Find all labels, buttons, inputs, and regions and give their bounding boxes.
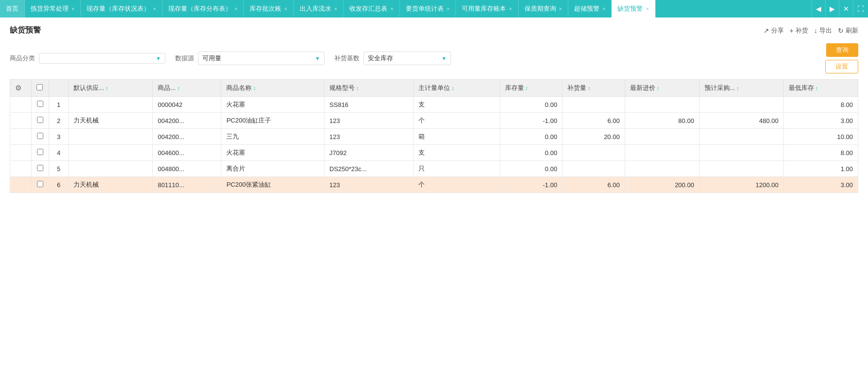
- table-row[interactable]: 5 004800... 离合片 DS250*23c... 只 0.00 1.00: [10, 161, 858, 177]
- tab-3[interactable]: 现存量（库存分布表） ×: [163, 0, 244, 18]
- th-product-code[interactable]: 商品... ↕: [153, 80, 221, 97]
- row-unit-2: 箱: [414, 129, 500, 145]
- row-latest-price-0: [625, 97, 699, 113]
- row-replenish-3: [562, 145, 625, 161]
- th-latest-price[interactable]: 最新进价 ↕: [625, 80, 699, 97]
- th-settings[interactable]: ⚙: [10, 80, 32, 97]
- share-button[interactable]: ↗ 分享: [763, 26, 784, 35]
- refresh-label: 刷新: [846, 26, 858, 35]
- tab-close-11[interactable]: ×: [646, 6, 649, 12]
- row-name-3: 火花塞: [221, 145, 325, 161]
- th-default-supplier[interactable]: 默认供应... ↕: [69, 80, 153, 97]
- tab-close-2[interactable]: ×: [153, 6, 156, 12]
- row-stock-1: -1.00: [500, 113, 562, 129]
- row-checkbox-2[interactable]: [37, 133, 43, 139]
- row-checkbox-cell[interactable]: [32, 177, 49, 193]
- refresh-icon: ↻: [838, 27, 844, 35]
- query-button[interactable]: 查询: [826, 43, 858, 57]
- column-settings-icon[interactable]: ⚙: [15, 84, 21, 92]
- table-row[interactable]: 6 力天机械 801110... PC200张紧油缸 123 个 -1.00 6…: [10, 177, 858, 193]
- row-unit-4: 只: [414, 161, 500, 177]
- row-supplier-0: [69, 97, 153, 113]
- tab-8[interactable]: 可用量库存账本 ×: [456, 0, 518, 18]
- row-latest-price-4: [625, 161, 699, 177]
- tab-9[interactable]: 保质期查询 ×: [519, 0, 568, 18]
- tab-close-4[interactable]: ×: [284, 6, 287, 12]
- th-spec[interactable]: 规格型号 ↕: [325, 80, 414, 97]
- row-index-4: 5: [49, 161, 69, 177]
- th-replenish[interactable]: 补货量 ↕: [562, 80, 625, 97]
- settings-button[interactable]: 设置: [825, 60, 858, 73]
- row-replenish-4: [562, 161, 625, 177]
- refresh-button[interactable]: ↻ 刷新: [838, 26, 858, 35]
- tab-6[interactable]: 收发存汇总表 ×: [344, 0, 399, 18]
- category-label: 商品分类: [10, 54, 35, 63]
- row-checkbox-0[interactable]: [37, 101, 43, 107]
- row-checkbox-5[interactable]: [37, 181, 43, 187]
- tab-11-active[interactable]: 缺货预警 ×: [612, 0, 655, 18]
- export-button[interactable]: ↓ 导出: [814, 26, 832, 35]
- tab-home[interactable]: 首页: [0, 0, 25, 18]
- tab-7[interactable]: 要货单统计表 ×: [400, 0, 456, 18]
- table-row[interactable]: 2 力天机械 004200... PC200油缸庄子 123 个 -1.00 6…: [10, 113, 858, 129]
- tab-5[interactable]: 出入库流水 ×: [294, 0, 344, 18]
- row-checkbox-1[interactable]: [37, 117, 43, 123]
- table-row[interactable]: 3 004200... 三九 123 箱 0.00 20.00 10.00: [10, 129, 858, 145]
- category-select[interactable]: ▼: [39, 53, 165, 64]
- tab-close-7[interactable]: ×: [447, 6, 450, 12]
- row-checkbox-4[interactable]: [37, 165, 43, 171]
- th-stock[interactable]: 库存量 ↕: [500, 80, 562, 97]
- row-code-0: 0000042: [153, 97, 221, 113]
- row-code-1: 004200...: [153, 113, 221, 129]
- tab-close-10[interactable]: ×: [602, 6, 605, 12]
- row-checkbox-3[interactable]: [37, 149, 43, 155]
- tab-close-3[interactable]: ×: [235, 6, 237, 12]
- th-product-name[interactable]: 商品名称 ↕: [221, 80, 325, 97]
- datasource-value: 可用量: [202, 54, 221, 63]
- tab-10[interactable]: 超储预警 ×: [568, 0, 612, 18]
- tab-1[interactable]: 拣货异常处理 ×: [25, 0, 81, 18]
- row-stock-4: 0.00: [500, 161, 562, 177]
- row-unit-0: 支: [414, 97, 500, 113]
- th-est-purchase[interactable]: 预计采购... ↕: [699, 80, 783, 97]
- table-row[interactable]: 1 0000042 火花塞 SS816 支 0.00 8.00: [10, 97, 858, 113]
- datasource-select[interactable]: 可用量 ▼: [198, 52, 325, 65]
- row-spec-5: 123: [325, 177, 414, 193]
- tab-close-9[interactable]: ×: [559, 6, 562, 12]
- export-label: 导出: [819, 26, 832, 35]
- tab-close-1[interactable]: ×: [72, 6, 74, 12]
- row-checkbox-cell[interactable]: [32, 113, 49, 129]
- tab-prev-button[interactable]: ◀: [812, 0, 825, 18]
- row-checkbox-cell[interactable]: [32, 97, 49, 113]
- row-min-stock-2: 10.00: [783, 129, 858, 145]
- datasource-chevron-icon: ▼: [315, 55, 320, 61]
- row-code-2: 004200...: [153, 129, 221, 145]
- tab-close-6[interactable]: ×: [390, 6, 393, 12]
- tab-close-8[interactable]: ×: [509, 6, 512, 12]
- tab-fullscreen-button[interactable]: ⛶: [853, 0, 868, 18]
- row-checkbox-cell[interactable]: [32, 145, 49, 161]
- replenish-filter-group: 补货基数 安全库存 ▼: [334, 52, 451, 65]
- row-est-purchase-0: [699, 97, 783, 113]
- page-title: 缺货预警: [10, 25, 41, 35]
- row-latest-price-3: [625, 145, 699, 161]
- tab-close-all-button[interactable]: ✕: [839, 0, 853, 18]
- th-min-stock[interactable]: 最低库存 ↕: [783, 80, 858, 97]
- replenish-base-label: 补货基数: [334, 54, 360, 63]
- tab-close-5[interactable]: ×: [334, 6, 337, 12]
- select-all-checkbox[interactable]: [36, 84, 43, 90]
- th-unit[interactable]: 主计量单位 ↕: [414, 80, 500, 97]
- tab-2[interactable]: 现存量（库存状况表） ×: [81, 0, 162, 18]
- row-est-purchase-5: 1200.00: [699, 177, 783, 193]
- share-icon: ↗: [763, 27, 769, 35]
- replenish-select[interactable]: 安全库存 ▼: [363, 52, 451, 65]
- row-checkbox-cell[interactable]: [32, 161, 49, 177]
- tab-next-button[interactable]: ▶: [825, 0, 839, 18]
- table-row[interactable]: 4 004600... 火花塞 J7092 支 0.00 8.00: [10, 145, 858, 161]
- replenish-button[interactable]: + 补货: [790, 26, 808, 35]
- th-checkbox[interactable]: [32, 80, 49, 97]
- tab-4[interactable]: 库存批次账 ×: [244, 0, 293, 18]
- row-checkbox-cell[interactable]: [32, 129, 49, 145]
- sort-unit-icon: ↕: [452, 85, 454, 91]
- row-replenish-5: 6.00: [562, 177, 625, 193]
